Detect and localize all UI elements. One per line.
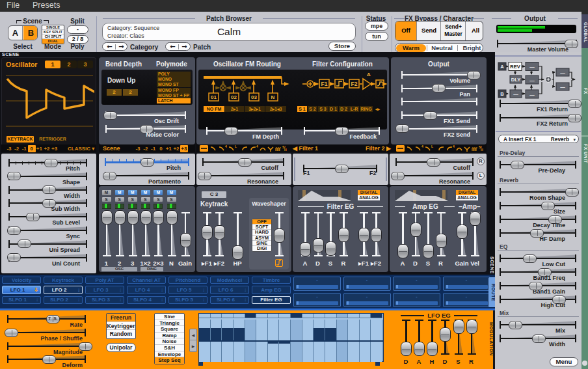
scene-octave-2[interactable]: -2 bbox=[142, 145, 150, 152]
lfo-shape-sine[interactable]: Sine bbox=[155, 314, 184, 320]
slider-handle[interactable] bbox=[470, 212, 481, 226]
slider-lfo-eg-d-0[interactable]: D bbox=[399, 318, 413, 357]
fx-menu-button[interactable]: Menu bbox=[550, 357, 578, 366]
slider-handle[interactable] bbox=[103, 111, 117, 120]
slider-handle[interactable] bbox=[214, 225, 225, 239]
macro-slider-2[interactable] bbox=[346, 285, 388, 289]
scene-octave-3[interactable]: +3 bbox=[180, 145, 188, 152]
slider-handle[interactable] bbox=[140, 210, 152, 225]
route-source-keytrack[interactable]: Keytrack bbox=[44, 277, 83, 284]
split-value[interactable]: - bbox=[67, 25, 88, 34]
fxbypass-option-all[interactable]: All bbox=[466, 21, 483, 40]
filter-config-s-2[interactable]: S 2 bbox=[308, 106, 317, 112]
slider-handle[interactable] bbox=[18, 239, 31, 248]
slider-handle[interactable] bbox=[432, 84, 446, 92]
slider-osc-width[interactable]: Width bbox=[7, 185, 89, 200]
status-mpe[interactable]: mpe bbox=[365, 21, 388, 31]
macro-slider-5[interactable] bbox=[296, 301, 338, 305]
slider-fx-pre-delay[interactable]: Pre-Delay bbox=[498, 160, 578, 174]
slider-handle[interactable] bbox=[466, 320, 477, 334]
route-slot-slfo-1[interactable]: SLFO 1↓ bbox=[2, 296, 41, 304]
route-source-timbre[interactable]: Timbre bbox=[252, 277, 291, 284]
seq-trigger-12[interactable] bbox=[325, 314, 337, 318]
slider-fm-depth[interactable]: FM Depth bbox=[204, 126, 284, 141]
slider-handle[interactable] bbox=[238, 158, 252, 167]
slider-handle[interactable] bbox=[358, 228, 369, 242]
slider-handle[interactable] bbox=[371, 228, 382, 242]
fm-route-3-2-1[interactable]: 3▸2▸1 bbox=[245, 106, 265, 112]
polymode-option-mono-st-fp[interactable]: MONO ST + FP bbox=[157, 93, 191, 98]
seq-trigger-16[interactable] bbox=[371, 314, 382, 318]
status-tun[interactable]: tun bbox=[365, 32, 388, 41]
fx-routing-graph[interactable]: AREV—DLY———B—— bbox=[498, 60, 579, 100]
slider-out-fx2-send[interactable]: FX2 Send bbox=[399, 124, 479, 139]
slider-handle[interactable] bbox=[167, 210, 178, 225]
slider-scene-pitch[interactable]: Pitch bbox=[103, 157, 191, 172]
slider-master-volume[interactable]: Master Volume bbox=[495, 39, 579, 53]
seq-trigger-6[interactable] bbox=[256, 314, 268, 318]
seq-trigger-7[interactable] bbox=[268, 314, 280, 318]
slider-amp-vel[interactable]: Vel bbox=[468, 210, 482, 258]
macro-slider-1[interactable] bbox=[296, 285, 338, 289]
fxbypass-option-off[interactable]: Off bbox=[395, 21, 417, 40]
scene-side-tab[interactable]: SCENE bbox=[487, 255, 494, 275]
slider-fx-band1-freq[interactable]: Band1 Freq bbox=[498, 267, 578, 282]
macro-cell-7[interactable]: - bbox=[393, 293, 440, 307]
mixer-solo-2[interactable]: S bbox=[115, 197, 124, 202]
seq-loop-end-marker[interactable] bbox=[375, 362, 380, 366]
polymode-option-latch[interactable]: LATCH bbox=[157, 98, 191, 103]
scene-octave-3[interactable]: -3 bbox=[134, 145, 142, 152]
slider-noise-color[interactable]: Noise Color bbox=[103, 124, 188, 139]
patch-nav-next-icon[interactable]: → bbox=[179, 43, 190, 50]
slider-handle[interactable] bbox=[397, 244, 408, 258]
route-slot-lfo-3[interactable]: LFO 3↓ bbox=[85, 286, 124, 294]
fm-route-2-1[interactable]: 2▸1 bbox=[225, 106, 244, 112]
slider-handle[interactable] bbox=[511, 161, 524, 169]
slider-handle[interactable] bbox=[541, 202, 555, 210]
slider-handle[interactable] bbox=[410, 223, 421, 237]
waveshaper-type-digi[interactable]: DIGI bbox=[252, 246, 271, 251]
route-slot-slfo-6[interactable]: SLFO 6↓ bbox=[210, 296, 249, 304]
mixer-solo-2-3[interactable]: S bbox=[154, 197, 163, 202]
menu-file[interactable]: File bbox=[7, 1, 20, 10]
scene-octave-1[interactable]: -1 bbox=[150, 145, 157, 152]
slider-handle[interactable] bbox=[532, 335, 546, 343]
route-source-velocity[interactable]: Velocity bbox=[2, 277, 41, 284]
slider-handle[interactable] bbox=[335, 165, 349, 173]
slider-osc-uni-count[interactable]: Uni Count bbox=[7, 253, 89, 267]
osc-type-selector[interactable]: CLASSIC ▾ bbox=[68, 145, 96, 152]
amp-eg-mode-digital[interactable]: DIGITAL bbox=[456, 190, 478, 195]
slider-filter-eg-s[interactable]: S bbox=[323, 210, 338, 258]
slider-keytrack-hp[interactable]: HP bbox=[230, 210, 245, 258]
slider-filter1-resonance[interactable]: Resonance bbox=[200, 171, 286, 185]
keytrack-note-display[interactable]: C 3 bbox=[202, 191, 226, 198]
macro-slider-4[interactable] bbox=[446, 285, 488, 289]
fxbypass-option-send[interactable]: Send bbox=[418, 21, 441, 40]
mode-option-single[interactable]: SINGLE bbox=[42, 25, 64, 30]
osc-octave-3[interactable]: +3 bbox=[51, 145, 59, 152]
slider-handle[interactable] bbox=[202, 225, 213, 239]
seq-loop-start-marker[interactable] bbox=[198, 362, 203, 366]
patch-display[interactable]: Category: SequenceCreator: ClaesCalm bbox=[102, 23, 356, 41]
osc-octave-0[interactable]: 0 bbox=[28, 145, 36, 152]
step-sequencer[interactable] bbox=[198, 313, 384, 362]
route-slot-slfo-5[interactable]: SLFO 5↓ bbox=[168, 296, 207, 304]
fx-unit-selector[interactable]: A Insert FX 1Reverb▾ bbox=[498, 135, 579, 143]
slider-amp-eg-r[interactable]: R bbox=[434, 210, 448, 258]
lfo-prev-icon[interactable]: ◂ bbox=[190, 330, 196, 340]
slider-filter-eg-r[interactable]: R bbox=[336, 210, 351, 258]
fx-unit-tab[interactable]: FX UNIT bbox=[581, 139, 588, 169]
slider-osc-shape[interactable]: Shape bbox=[7, 172, 89, 186]
filter1-type-icons-glyphs[interactable]: 4L4S/H bbox=[199, 144, 289, 152]
slider-handle[interactable] bbox=[423, 111, 437, 120]
slider-out-fx1-send[interactable]: FX1 Send bbox=[399, 111, 479, 125]
route-source-channel-at[interactable]: Channel AT bbox=[127, 277, 166, 284]
seq-trigger-5[interactable] bbox=[245, 314, 257, 318]
slider-mixer-gain[interactable]: Gain bbox=[178, 210, 193, 258]
slider-lfo-eg-d-3[interactable]: D bbox=[438, 318, 452, 357]
waveshaper-curve-icon[interactable] bbox=[275, 259, 283, 267]
mixer-solo-3[interactable]: S bbox=[128, 197, 137, 202]
slider-filter2-resonance[interactable]: Resonance bbox=[394, 171, 475, 185]
slider-handle[interactable] bbox=[232, 245, 243, 260]
slider-handle[interactable] bbox=[427, 342, 438, 356]
